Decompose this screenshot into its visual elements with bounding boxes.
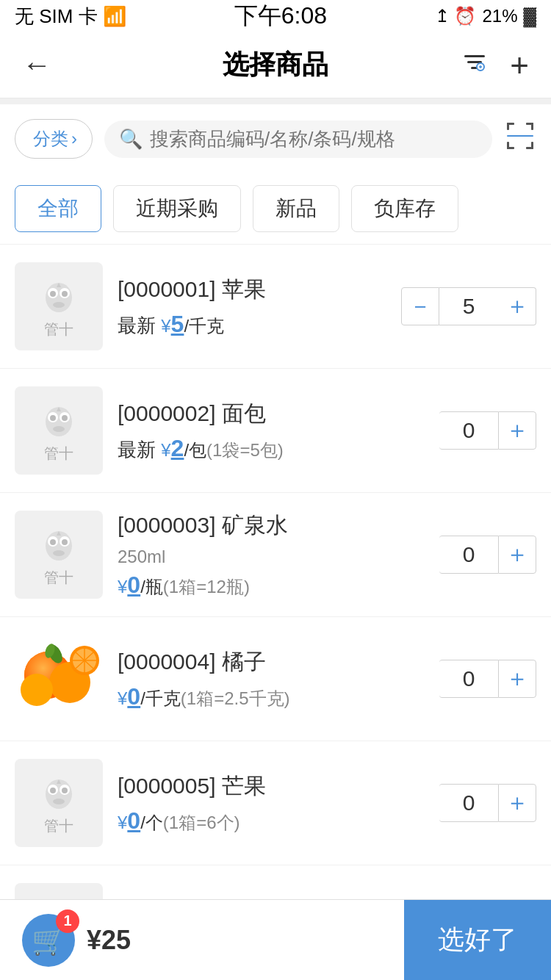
owl-logo-1: 管十 [37,274,81,339]
product-item-3: 管十 [0000003] 矿泉水 250ml ¥0/瓶(1箱=12瓶) ＋ [0,493,551,617]
status-right: ↥ ⏰ 21% ▓ [435,6,536,26]
product-thumb-4 [15,635,103,723]
cart-total: ¥25 [87,925,131,956]
svg-rect-9 [531,123,533,130]
filter-tabs: 全部 近期采购 新品 负库存 [0,173,551,245]
svg-point-52 [50,788,56,793]
product-info-1: [0000001] 苹果 最新 ¥5/千克 [118,275,386,339]
status-left: 无 SIM 卡 📶 [15,4,126,29]
product-price-2: 最新 ¥2/包(1袋=5包) [118,435,425,463]
scan-icon[interactable] [504,120,536,159]
product-item-5: 管十 [0000005] 芒果 ¥0/个(1箱=6个) ＋ [0,741,551,865]
category-button[interactable]: 分类 › [15,119,93,159]
product-info-2: [0000002] 面包 最新 ¥2/包(1袋=5包) [118,399,425,463]
status-bar: 无 SIM 卡 📶 下午6:08 ↥ ⏰ 21% ▓ [0,0,551,32]
bottom-bar: 🛒 1 ¥25 选好了 [0,899,551,980]
product-list: 管十 [0000001] 苹果 最新 ¥5/千克 － ＋ [0,245,551,980]
svg-point-25 [50,415,56,421]
product-price-5: ¥0/个(1箱=6个) [118,807,425,835]
product-thumb-1: 管十 [15,262,103,350]
owl-brand-text: 管十 [44,320,73,339]
owl-logo-3: 管十 [37,522,81,588]
owl-brand-text-5: 管十 [44,816,73,836]
nav-right-icons: + [461,47,529,84]
product-thumb-3: 管十 [15,511,103,599]
cart-button[interactable]: 🛒 1 [22,914,75,967]
filter-icon[interactable] [461,49,488,82]
confirm-button[interactable]: 选好了 [404,900,551,981]
product-item-2: 管十 [0000002] 面包 最新 ¥2/包(1袋=5包) ＋ [0,369,551,493]
qty-control-1: － ＋ [401,287,536,325]
tab-new-product[interactable]: 新品 [253,185,339,232]
search-icon: 🔍 [119,128,143,151]
qty-control-5: ＋ [439,784,536,822]
qty-plus-4[interactable]: ＋ [498,660,536,698]
svg-point-34 [53,550,65,556]
battery-bar: ▓ [524,6,537,26]
qty-control-3: ＋ [439,536,536,574]
svg-rect-14 [507,135,533,137]
qty-plus-3[interactable]: ＋ [498,536,536,574]
product-name-1: [0000001] 苹果 [118,275,386,305]
svg-rect-11 [507,142,509,149]
qty-input-5[interactable] [439,784,498,822]
svg-point-33 [62,539,68,545]
svg-point-27 [53,426,65,432]
status-time: 下午6:08 [234,0,327,32]
qty-control-2: ＋ [439,411,536,450]
svg-point-19 [62,291,68,297]
product-name-3: [0000003] 矿泉水 [118,511,425,541]
qty-plus-1[interactable]: ＋ [498,287,536,325]
qty-input-4[interactable] [439,660,498,698]
nav-divider [0,98,551,104]
orange-image [15,635,103,723]
search-input-wrap: 🔍 [104,120,492,158]
search-bar: 分类 › 🔍 [0,104,551,173]
back-button[interactable]: ← [22,48,51,82]
product-price-1: 最新 ¥5/千克 [118,311,386,339]
tab-recent-purchase[interactable]: 近期采购 [113,185,241,232]
svg-rect-0 [464,55,485,57]
product-info-3: [0000003] 矿泉水 250ml ¥0/瓶(1箱=12瓶) [118,511,425,599]
product-name-2: [0000002] 面包 [118,399,425,429]
svg-point-40 [21,674,53,706]
cart-section: 🛒 1 ¥25 [0,914,404,967]
chevron-right-icon: › [71,129,77,149]
page-title: 选择商品 [223,47,328,83]
svg-rect-7 [507,123,509,130]
qty-plus-2[interactable]: ＋ [498,411,536,450]
qty-input-1[interactable] [439,287,498,325]
qty-input-3[interactable] [439,536,498,574]
search-input[interactable] [150,128,478,151]
category-label: 分类 [33,127,68,151]
owl-logo-5: 管十 [37,771,81,836]
tab-all[interactable]: 全部 [15,185,101,232]
qty-control-4: ＋ [439,660,536,698]
qty-plus-5[interactable]: ＋ [498,784,536,822]
product-info-5: [0000005] 芒果 ¥0/个(1箱=6个) [118,771,425,835]
battery-icon: ↥ ⏰ [435,6,477,26]
product-spec-3: 250ml [118,547,425,567]
qty-minus-1[interactable]: － [401,287,439,325]
battery-percent: 21% [482,6,517,26]
product-item-4: [0000004] 橘子 ¥0/千克(1箱=2.5千克) ＋ [0,617,551,741]
product-info-4: [0000004] 橘子 ¥0/千克(1箱=2.5千克) [118,647,425,710]
cart-badge: 1 [56,909,79,933]
owl-logo-2: 管十 [37,398,81,464]
add-icon[interactable]: + [510,47,529,84]
qty-input-2[interactable] [439,411,498,450]
product-price-3: ¥0/瓶(1箱=12瓶) [118,572,425,599]
svg-point-18 [50,291,56,297]
owl-brand-text-2: 管十 [44,444,73,464]
product-name-4: [0000004] 橘子 [118,647,425,677]
tab-negative-stock[interactable]: 负库存 [351,185,458,232]
svg-point-53 [62,788,68,793]
svg-point-54 [53,799,65,804]
product-price-4: ¥0/千克(1箱=2.5千克) [118,683,425,710]
product-name-5: [0000005] 芒果 [118,771,425,801]
product-thumb-2: 管十 [15,386,103,475]
product-thumb-5: 管十 [15,759,103,847]
owl-brand-text-3: 管十 [44,568,73,588]
product-item-1: 管十 [0000001] 苹果 最新 ¥5/千克 － ＋ [0,245,551,369]
svg-point-26 [62,415,68,421]
